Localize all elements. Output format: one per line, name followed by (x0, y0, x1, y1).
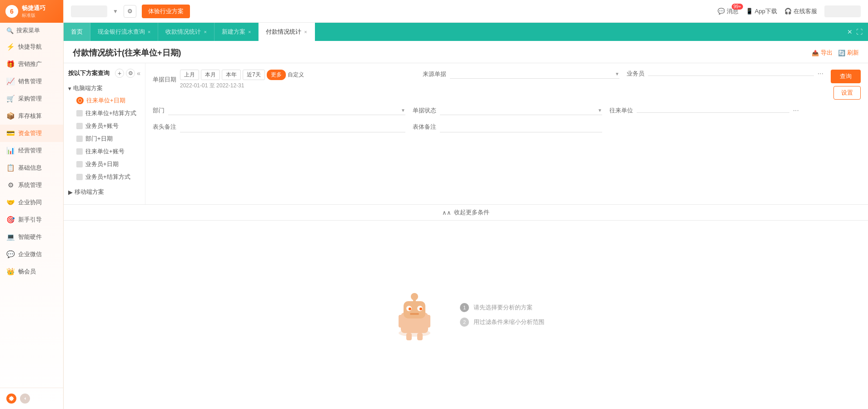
sidebar-item-label: 畅会员 (18, 268, 36, 276)
docstatus-arrow: ▼ (598, 108, 602, 113)
unit-select[interactable] (637, 109, 789, 113)
scheme-unit-account[interactable]: 往来单位+账号 (68, 145, 140, 158)
date-btn-this-month[interactable]: 本月 (201, 70, 220, 80)
staff-select[interactable] (648, 72, 814, 76)
app-label: App下载 (755, 7, 777, 15)
svg-point-5 (409, 308, 411, 310)
search-menu[interactable]: 🔍 搜索菜单 (0, 23, 63, 38)
dept-date-label: 部门+日期 (85, 135, 113, 143)
sidebar-item-quick-nav[interactable]: ⚡ 快捷导航 (0, 38, 63, 56)
sidebar-item-inventory[interactable]: 📦 库存核算 (0, 107, 63, 125)
scheme-staff-account[interactable]: 业务员+账号 (68, 120, 140, 132)
source-field: 来源单据 ▼ (423, 70, 619, 79)
date-btn-7days[interactable]: 近7天 (243, 70, 265, 80)
note2-input[interactable] (440, 123, 602, 130)
tab-new-plan[interactable]: 新建方案 × (215, 23, 259, 41)
sidebar-item-finance[interactable]: 💳 资金管理 (0, 125, 63, 142)
tab-receipts-close[interactable]: × (204, 29, 206, 35)
note2-label: 表体备注 (413, 123, 436, 131)
sidebar-item-hardware[interactable]: 💻 智能硬件 (0, 228, 63, 246)
tab-cashflow-close[interactable]: × (148, 29, 150, 35)
svg-rect-8 (399, 315, 404, 328)
sidebar-item-purchase[interactable]: 🛒 采购管理 (0, 90, 63, 107)
sidebar-item-label: 系统管理 (18, 181, 42, 189)
empty-content: 1 请先选择要分析的方案 2 用过滤条件来缩小分析范围 (387, 288, 544, 342)
sidebar-item-member[interactable]: 👑 畅会员 (0, 263, 63, 280)
collapse-more-label: 收起更多条件 (454, 208, 489, 217)
scheme-unit-date[interactable]: 往来单位+日期 (68, 94, 140, 107)
date-btn-this-year[interactable]: 本年 (222, 70, 241, 80)
settings-filter-btn[interactable]: 设置 (833, 86, 861, 100)
empty-tip-1: 1 请先选择要分析的方案 (460, 303, 544, 312)
tab-new-plan-close[interactable]: × (248, 29, 251, 35)
source-arrow: ▼ (615, 71, 619, 76)
main-area: ▼ ⚙ 体验行业方案 💬 消息 99+ 📱 App下载 🎧 在线客服 首页 (64, 0, 868, 409)
collapse-scheme-btn[interactable]: « (137, 69, 140, 78)
settings-scheme-btn[interactable]: ⚙ (126, 69, 135, 78)
settings-bottom-icon[interactable] (6, 394, 16, 404)
topbar-right: 💬 消息 99+ 📱 App下载 🎧 在线客服 (718, 5, 861, 17)
tab-payments-close[interactable]: × (304, 29, 307, 35)
headset-icon: 🎧 (784, 8, 792, 15)
tab-receipts[interactable]: 收款情况统计 × (158, 23, 214, 41)
online-service-btn[interactable]: 🎧 在线客服 (784, 7, 817, 15)
export-btn[interactable]: 📤 导出 (812, 49, 833, 57)
sidebar-item-guide[interactable]: 🎯 新手引导 (0, 211, 63, 228)
tip2-num: 2 (460, 318, 469, 327)
unit-settle-label: 往来单位+结算方式 (85, 109, 136, 117)
sidebar-item-label: 经营管理 (18, 146, 42, 155)
note1-input[interactable] (180, 123, 405, 130)
date-btn-more[interactable]: 更多 (267, 70, 286, 80)
source-select[interactable]: ▼ (450, 70, 619, 79)
sidebar-item-sales[interactable]: 📈 销售管理 (0, 73, 63, 90)
staff-settle-icon (76, 174, 83, 180)
note1-input-wrap (180, 121, 405, 132)
scheme-staff-settle[interactable]: 业务员+结算方式 (68, 171, 140, 183)
unit-dots[interactable]: ··· (793, 106, 799, 115)
query-btn[interactable]: 查询 (831, 70, 861, 83)
scheme-panel-btns: + ⚙ « (115, 69, 140, 78)
scheme-panel: 按以下方案查询 + ⚙ « ▾ 电脑端方案 (64, 63, 145, 204)
collapse-sidebar-icon[interactable] (20, 394, 30, 404)
scheme-dept-date[interactable]: 部门+日期 (68, 132, 140, 145)
collapse-more-bar[interactable]: ∧∧ 收起更多条件 (64, 205, 868, 221)
trial-btn[interactable]: 体验行业方案 (142, 5, 190, 18)
source-label: 来源单据 (423, 70, 446, 78)
staff-settle-label: 业务员+结算方式 (85, 173, 130, 181)
date-btn-last-month[interactable]: 上月 (180, 70, 199, 80)
staff-dots[interactable]: ··· (818, 70, 823, 78)
topbar-settings-btn[interactable]: ⚙ (124, 5, 136, 18)
tab-home[interactable]: 首页 (64, 23, 90, 41)
messages-btn[interactable]: 💬 消息 99+ (718, 7, 738, 15)
finance-icon: 💳 (6, 129, 15, 137)
sidebar-item-operation[interactable]: 📊 经营管理 (0, 142, 63, 159)
sidebar-item-marketing[interactable]: 🎁 营销推广 (0, 56, 63, 73)
scheme-unit-settle[interactable]: 往来单位+结算方式 (68, 107, 140, 120)
add-scheme-btn[interactable]: + (115, 69, 124, 78)
tab-fullscreen-btn[interactable]: ⛶ (856, 28, 863, 35)
sidebar-item-basic[interactable]: 📋 基础信息 (0, 159, 63, 177)
docstatus-select[interactable]: ▼ (440, 106, 602, 115)
operation-icon: 📊 (6, 146, 15, 155)
sidebar-item-system[interactable]: ⚙ 系统管理 (0, 177, 63, 194)
sidebar-item-label: 基础信息 (18, 164, 42, 172)
refresh-btn[interactable]: 🔄 刷新 (838, 49, 859, 57)
topbar-dropdown-arrow[interactable]: ▼ (113, 8, 118, 15)
tab-cashflow[interactable]: 现金银行流水查询 × (90, 23, 158, 41)
sidebar-item-label: 库存核算 (18, 112, 42, 120)
unit-field: 往来单位 ··· (609, 106, 799, 115)
scheme-group-mobile[interactable]: ▶ 移动端方案 (68, 185, 140, 199)
unit-account-label: 往来单位+账号 (85, 147, 125, 156)
dept-select[interactable]: ▼ (168, 106, 405, 115)
filter-container: 按以下方案查询 + ⚙ « ▾ 电脑端方案 (64, 63, 868, 205)
scheme-group-pc-title[interactable]: ▾ 电脑端方案 (68, 82, 140, 94)
tab-payments[interactable]: 付款情况统计 × (259, 23, 314, 41)
sidebar-item-wechat[interactable]: 💬 企业微信 (0, 246, 63, 263)
tip2-text: 用过滤条件来缩小分析范围 (474, 318, 544, 326)
svg-rect-13 (413, 299, 416, 303)
date-btn-custom[interactable]: 自定义 (288, 71, 304, 79)
tab-close-all-btn[interactable]: ✕ (847, 28, 853, 35)
app-download-btn[interactable]: 📱 App下载 (746, 7, 777, 15)
sidebar-item-enterprise[interactable]: 🤝 企业协同 (0, 194, 63, 211)
scheme-staff-date[interactable]: 业务员+日期 (68, 158, 140, 171)
